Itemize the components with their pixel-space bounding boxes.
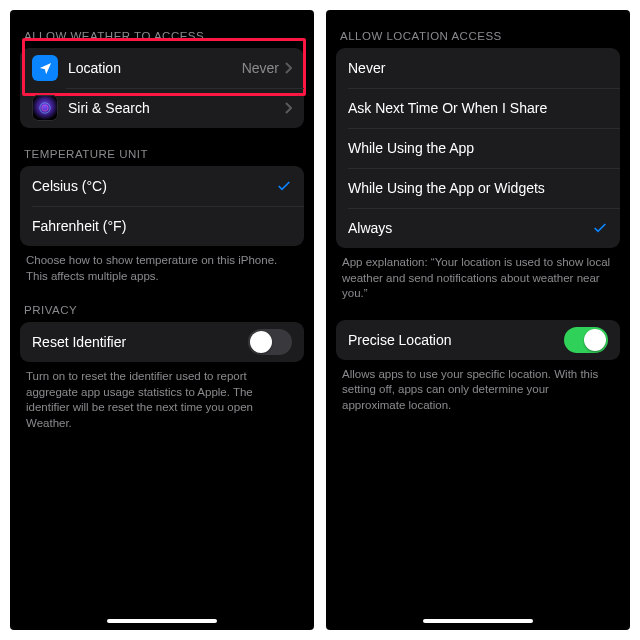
- group-privacy: Reset Identifier: [20, 322, 304, 362]
- chevron-right-icon: [285, 62, 292, 74]
- location-icon: [32, 55, 58, 81]
- row-fahrenheit-label: Fahrenheit (°F): [32, 218, 292, 234]
- row-location-option[interactable]: Always: [336, 208, 620, 248]
- checkmark-icon: [592, 220, 608, 236]
- location-option-label: Never: [348, 60, 608, 76]
- row-reset-identifier[interactable]: Reset Identifier: [20, 322, 304, 362]
- location-option-label: Always: [348, 220, 592, 236]
- precise-location-switch[interactable]: [564, 327, 608, 353]
- row-celsius[interactable]: Celsius (°C): [20, 166, 304, 206]
- screenshot-right: ALLOW LOCATION ACCESS NeverAsk Next Time…: [326, 10, 630, 630]
- location-option-label: Ask Next Time Or When I Share: [348, 100, 608, 116]
- row-fahrenheit[interactable]: Fahrenheit (°F): [20, 206, 304, 246]
- row-location-option[interactable]: Never: [336, 48, 620, 88]
- section-header-privacy: PRIVACY: [10, 284, 314, 322]
- home-indicator[interactable]: [107, 619, 217, 623]
- group-location-options: NeverAsk Next Time Or When I ShareWhile …: [336, 48, 620, 248]
- siri-icon: [32, 95, 58, 121]
- precise-location-footer: Allows apps to use your specific locatio…: [326, 360, 630, 414]
- row-location[interactable]: Location Never: [20, 48, 304, 88]
- svg-point-1: [42, 105, 48, 111]
- temp-footer: Choose how to show temperature on this i…: [10, 246, 314, 284]
- privacy-footer: Turn on to reset the identifier used to …: [10, 362, 314, 431]
- row-location-option[interactable]: While Using the App or Widgets: [336, 168, 620, 208]
- group-access: Location Never Siri & Search: [20, 48, 304, 128]
- chevron-right-icon: [285, 102, 292, 114]
- section-header-access: ALLOW WEATHER TO ACCESS: [10, 10, 314, 48]
- row-location-option[interactable]: Ask Next Time Or When I Share: [336, 88, 620, 128]
- row-siri-search[interactable]: Siri & Search: [20, 88, 304, 128]
- group-temp-unit: Celsius (°C) Fahrenheit (°F): [20, 166, 304, 246]
- row-location-option[interactable]: While Using the App: [336, 128, 620, 168]
- svg-point-0: [40, 103, 51, 114]
- screenshot-left: ALLOW WEATHER TO ACCESS Location Never S…: [10, 10, 314, 630]
- location-option-label: While Using the App: [348, 140, 608, 156]
- section-header-location-access: ALLOW LOCATION ACCESS: [326, 10, 630, 48]
- group-precise-location: Precise Location: [336, 320, 620, 360]
- row-siri-label: Siri & Search: [68, 100, 285, 116]
- location-access-footer: App explanation: “Your location is used …: [326, 248, 630, 302]
- location-option-label: While Using the App or Widgets: [348, 180, 608, 196]
- row-celsius-label: Celsius (°C): [32, 178, 276, 194]
- reset-identifier-switch[interactable]: [248, 329, 292, 355]
- checkmark-icon: [276, 178, 292, 194]
- row-precise-location[interactable]: Precise Location: [336, 320, 620, 360]
- row-location-label: Location: [68, 60, 242, 76]
- row-location-value: Never: [242, 60, 279, 76]
- precise-location-label: Precise Location: [348, 332, 564, 348]
- section-header-temp: TEMPERATURE UNIT: [10, 128, 314, 166]
- row-reset-label: Reset Identifier: [32, 334, 248, 350]
- home-indicator[interactable]: [423, 619, 533, 623]
